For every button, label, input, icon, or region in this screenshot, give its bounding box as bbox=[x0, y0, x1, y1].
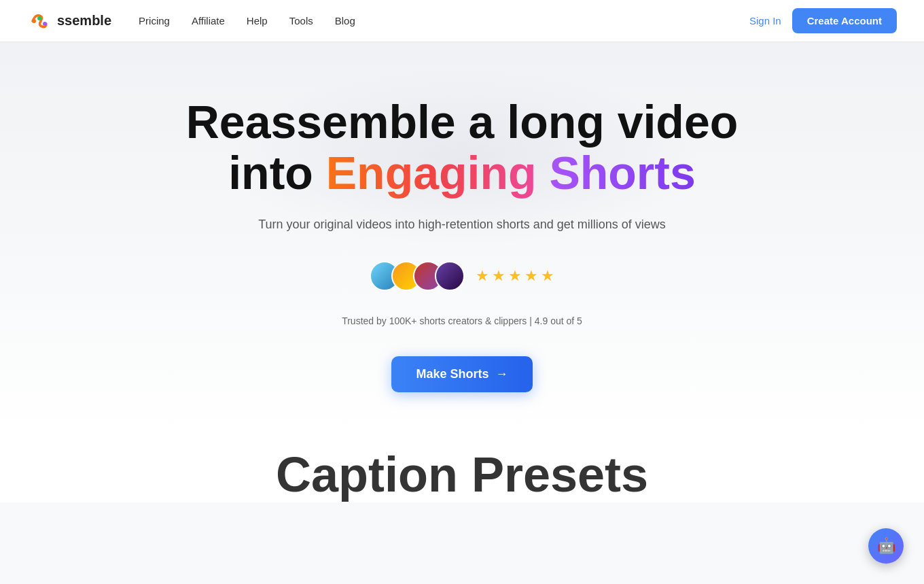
below-fold-title: Caption Presets bbox=[276, 447, 648, 502]
star-5: ★ bbox=[541, 267, 554, 285]
logo-link[interactable]: ssemble bbox=[27, 9, 111, 33]
star-4: ★ bbox=[525, 267, 538, 285]
star-2: ★ bbox=[492, 267, 505, 285]
avatar bbox=[435, 261, 465, 291]
make-shorts-button[interactable]: Make Shorts → bbox=[391, 356, 532, 392]
svg-point-2 bbox=[37, 16, 41, 20]
star-3: ★ bbox=[508, 267, 522, 285]
avatar-group bbox=[370, 261, 465, 291]
create-account-button[interactable]: Create Account bbox=[792, 8, 897, 33]
nav-actions: Sign In Create Account bbox=[749, 8, 897, 33]
nav-help[interactable]: Help bbox=[247, 15, 268, 27]
hero-title-line1: Reassemble a long video bbox=[186, 96, 739, 148]
social-proof: ★ ★ ★ ★ ★ bbox=[370, 261, 554, 291]
nav-blog[interactable]: Blog bbox=[335, 15, 355, 27]
star-1: ★ bbox=[476, 267, 489, 285]
chatbot-icon: 🤖 bbox=[877, 537, 895, 555]
chatbot-fab-button[interactable]: 🤖 bbox=[868, 528, 904, 564]
logo-text: ssemble bbox=[57, 13, 111, 29]
hero-shorts-word: Shorts bbox=[549, 147, 695, 199]
nav-links: Pricing Affiliate Help Tools Blog bbox=[139, 15, 749, 27]
nav-tools[interactable]: Tools bbox=[289, 15, 313, 27]
hero-subtitle: Turn your original videos into high-rete… bbox=[258, 215, 666, 235]
logo-icon bbox=[27, 9, 52, 33]
hero-engaging-word: Engaging bbox=[326, 147, 537, 199]
hero-section: Reassemble a long video into Engaging Sh… bbox=[0, 42, 924, 433]
svg-point-3 bbox=[43, 22, 47, 26]
sign-in-button[interactable]: Sign In bbox=[749, 15, 781, 27]
nav-pricing[interactable]: Pricing bbox=[139, 15, 170, 27]
svg-point-1 bbox=[32, 19, 36, 23]
below-fold-section: Caption Presets bbox=[0, 433, 924, 502]
star-rating: ★ ★ ★ ★ ★ bbox=[476, 267, 554, 285]
hero-into-text: into bbox=[228, 147, 326, 199]
trust-text: Trusted by 100K+ shorts creators & clipp… bbox=[342, 315, 582, 326]
navbar: ssemble Pricing Affiliate Help Tools Blo… bbox=[0, 0, 924, 42]
arrow-icon: → bbox=[496, 367, 508, 381]
nav-affiliate[interactable]: Affiliate bbox=[192, 15, 225, 27]
cta-label: Make Shorts bbox=[416, 367, 488, 381]
hero-title: Reassemble a long video into Engaging Sh… bbox=[186, 97, 739, 199]
hero-title-line2: into Engaging Shorts bbox=[186, 148, 739, 199]
